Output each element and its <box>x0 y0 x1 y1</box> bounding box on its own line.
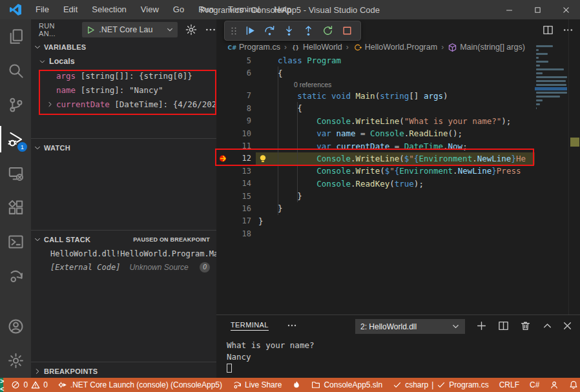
activity-source-control[interactable] <box>0 88 31 122</box>
breadcrumb-item[interactable]: {}HelloWorld <box>291 43 342 52</box>
restart-button[interactable] <box>318 23 337 39</box>
status-debug-launch[interactable]: .NET Core Launch (console) (ConsoleApp5) <box>53 380 227 389</box>
code-line-15[interactable]: 15 } <box>216 190 535 202</box>
gutter-glyph-margin[interactable] <box>216 127 236 139</box>
gutter-glyph-margin[interactable] <box>216 202 236 214</box>
launch-config-select[interactable]: .NET Core Lau <box>82 22 178 37</box>
activity-accounts[interactable] <box>0 309 31 344</box>
activity-run-and-debug[interactable]: 1 <box>0 122 31 156</box>
status-solution[interactable]: ConsoleApp5.sln <box>306 380 388 389</box>
panel-more-icon[interactable] <box>287 320 297 331</box>
gutter-glyph-margin[interactable] <box>216 139 236 152</box>
gutter-glyph-margin[interactable] <box>216 90 236 102</box>
status-live-share[interactable]: Live Share <box>227 380 287 389</box>
gutter-glyph-margin[interactable] <box>216 215 236 227</box>
gutter-glyph-margin[interactable] <box>216 102 236 114</box>
line-number[interactable]: 11 <box>236 141 251 150</box>
line-number[interactable]: 14 <box>236 179 251 188</box>
activity-extensions[interactable] <box>0 191 31 225</box>
activity-explorer[interactable] <box>0 19 31 54</box>
menu-go[interactable]: Go <box>167 0 190 19</box>
stop-button[interactable] <box>337 23 357 39</box>
breadcrumb-item[interactable]: HelloWorld.Program <box>353 43 437 52</box>
maximize-button[interactable] <box>523 0 552 19</box>
code-line-9[interactable]: 9 Console.WriteLine("What is your name?"… <box>216 115 535 127</box>
activity-remote-explorer[interactable] <box>0 156 31 191</box>
close-panel-button[interactable] <box>562 320 573 331</box>
call-stack-header[interactable]: CALL STACK PAUSED ON BREAKPOINT <box>31 232 216 247</box>
status-eol[interactable]: CRLF <box>494 380 524 389</box>
line-number[interactable]: 6 <box>236 68 251 77</box>
variables-header[interactable]: VARIABLES <box>31 40 216 54</box>
activity-powershell[interactable] <box>0 225 31 259</box>
terminal-instance-select[interactable]: 2: HelloWorld.dll <box>355 319 465 334</box>
code-line-16[interactable]: 16 } <box>216 202 535 214</box>
line-number[interactable]: 15 <box>236 192 251 201</box>
scope-locals[interactable]: Locals <box>31 54 216 68</box>
step-over-button[interactable] <box>260 23 279 39</box>
tab-terminal[interactable]: TERMINAL <box>231 321 269 331</box>
launch-settings-gear-icon[interactable] <box>185 24 197 36</box>
minimize-button[interactable] <box>495 0 523 19</box>
gutter-glyph-margin[interactable] <box>216 152 236 165</box>
gutter-glyph-margin[interactable] <box>216 54 236 67</box>
variable-name[interactable]: name [string]: "Nancy" <box>31 83 216 97</box>
code-line-12[interactable]: 12 Console.WriteLine($"{Environment.NewL… <box>216 152 535 165</box>
code-line-8[interactable]: 8 { <box>216 102 535 114</box>
status-flame[interactable] <box>287 380 306 389</box>
gutter-glyph-margin[interactable] <box>216 165 236 177</box>
stack-frame[interactable]: HelloWorld.dll!HelloWorld.Program.Ma <box>31 247 216 260</box>
variable-currentDate[interactable]: currentDate [DateTime]: {4/26/202… <box>31 97 216 111</box>
step-out-button[interactable] <box>298 23 318 39</box>
line-number[interactable]: 18 <box>236 229 251 238</box>
gutter-glyph-margin[interactable] <box>216 115 236 127</box>
code-line-18[interactable]: 18 <box>216 227 535 240</box>
line-number[interactable]: 5 <box>236 56 251 65</box>
line-number[interactable]: 8 <box>236 104 251 113</box>
menu-selection[interactable]: Selection <box>86 0 132 19</box>
status-tasks[interactable]: csharp|Program.cs <box>388 380 494 389</box>
variable-args[interactable]: args [string[]]: {string[0]} <box>31 68 216 83</box>
gutter-glyph-margin[interactable] <box>216 178 236 190</box>
status-notifications[interactable] <box>564 380 580 389</box>
status-feedback[interactable] <box>544 380 564 389</box>
code-line-14[interactable]: 14 Console.ReadKey(true); <box>216 178 535 190</box>
gutter-glyph-margin[interactable] <box>216 67 236 79</box>
line-number[interactable]: 16 <box>236 204 251 213</box>
new-terminal-button[interactable] <box>476 320 487 331</box>
activity-search[interactable] <box>0 54 31 88</box>
menu-edit[interactable]: Edit <box>57 0 83 19</box>
breakpoints-header[interactable]: BREAKPOINTS <box>31 364 216 378</box>
line-number[interactable]: 7 <box>236 91 251 100</box>
watch-header[interactable]: WATCH <box>31 141 216 155</box>
minimap[interactable] <box>535 45 567 174</box>
code-line-5[interactable]: 5 class Program <box>216 54 535 67</box>
code-line-6[interactable]: 6 { <box>216 67 535 79</box>
breadcrumb-item[interactable]: Main(string[] args) <box>448 43 525 52</box>
code-line-11[interactable]: 11 var currentDate = DateTime.Now; <box>216 139 535 152</box>
code-line-17[interactable]: 17} <box>216 215 535 227</box>
activity-manage[interactable] <box>0 344 31 378</box>
panel-more-actions-icon[interactable] <box>205 24 216 36</box>
stack-frame[interactable]: [External Code]Unknown Source0 <box>31 260 216 274</box>
line-number[interactable]: 12 <box>236 154 251 163</box>
breadcrumb-item[interactable]: C#Program.cs <box>227 43 280 52</box>
code-line-7[interactable]: 7 static void Main(string[] args) <box>216 90 535 102</box>
code-line-13[interactable]: 13 Console.Write($"{Environment.NewLine}… <box>216 165 535 177</box>
maximize-panel-button[interactable] <box>542 320 553 331</box>
line-number[interactable]: 9 <box>236 116 251 125</box>
line-number[interactable]: 17 <box>236 216 251 225</box>
line-number[interactable]: 10 <box>236 129 251 138</box>
status-language[interactable]: C# <box>524 380 544 389</box>
code-area[interactable]: 5 class Program6 {0 references7 static v… <box>216 54 535 315</box>
step-into-button[interactable] <box>279 23 298 39</box>
split-editor-button[interactable] <box>543 25 554 38</box>
line-number[interactable]: 13 <box>236 167 251 176</box>
menu-file[interactable]: File <box>30 0 55 19</box>
split-terminal-button[interactable] <box>498 320 509 331</box>
continue-button[interactable] <box>240 23 260 39</box>
menu-view[interactable]: View <box>135 0 165 19</box>
codelens-references[interactable]: 0 references <box>294 81 331 88</box>
gutter-glyph-margin[interactable] <box>216 227 236 240</box>
activity-live-share[interactable] <box>0 259 31 293</box>
